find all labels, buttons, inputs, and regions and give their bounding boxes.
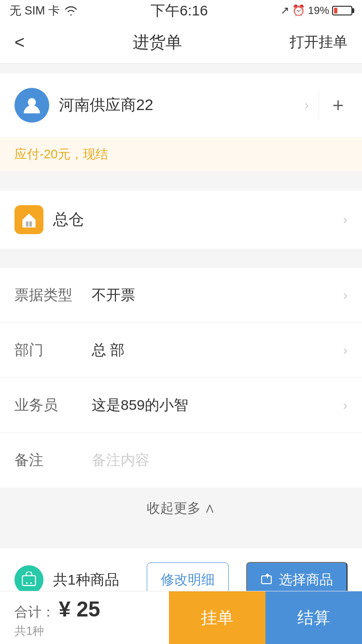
product-count-label: 共1种商品 <box>53 570 137 590</box>
collapse-button[interactable]: 收起更多 ∧ <box>0 488 362 529</box>
checkout-button[interactable]: 结算 <box>265 591 362 644</box>
department-label: 部门 <box>14 340 82 360</box>
svg-point-5 <box>30 582 32 584</box>
salesperson-label: 业务员 <box>14 395 82 415</box>
total-row: 合计： ¥ 25 <box>14 597 154 621</box>
remark-label: 备注 <box>14 450 82 470</box>
select-product-label: 选择商品 <box>279 571 333 589</box>
section-divider-3 <box>0 249 362 258</box>
status-carrier: 无 SIM 卡 <box>10 3 78 18</box>
supplier-avatar <box>14 88 49 123</box>
warehouse-name: 总仓 <box>53 209 334 230</box>
warehouse-section[interactable]: 总仓 › <box>0 191 362 249</box>
department-chevron-icon: › <box>343 343 348 358</box>
remark-row[interactable]: 备注 备注内容 <box>0 433 362 488</box>
location-icon: ↗ <box>280 4 289 17</box>
svg-rect-2 <box>29 222 32 227</box>
battery-text: 19% <box>308 4 329 17</box>
department-row[interactable]: 部门 总 部 › <box>0 323 362 378</box>
salesperson-chevron-icon: › <box>343 398 348 413</box>
person-icon <box>22 95 42 115</box>
open-pending-button[interactable]: 打开挂单 <box>290 32 348 52</box>
section-divider-2 <box>0 171 362 181</box>
supplier-chevron-icon: › <box>305 98 309 113</box>
warehouse-icon <box>14 205 43 234</box>
product-cart-icon <box>14 565 43 594</box>
department-value: 总 部 <box>92 340 338 360</box>
hang-button[interactable]: 挂单 <box>169 591 265 644</box>
svg-point-4 <box>26 582 28 584</box>
battery-icon <box>332 6 352 15</box>
invoice-label: 票据类型 <box>14 285 82 305</box>
section-divider-1 <box>0 64 362 73</box>
section-divider-4 <box>0 529 362 539</box>
total-section: 合计： ¥ 25 共1种 <box>0 597 169 639</box>
wifi-icon <box>64 5 78 16</box>
svg-rect-6 <box>262 576 271 584</box>
page-title: 进货单 <box>133 31 182 54</box>
remark-input[interactable]: 备注内容 <box>92 450 348 470</box>
back-button[interactable]: < <box>14 32 25 53</box>
invoice-row[interactable]: 票据类型 不开票 › <box>0 268 362 323</box>
salesperson-row[interactable]: 业务员 这是859的小智 › <box>0 378 362 433</box>
bottom-bar: 合计： ¥ 25 共1种 挂单 结算 <box>0 591 362 644</box>
nav-bar: < 进货单 打开挂单 <box>0 21 362 64</box>
cart-icon <box>21 572 37 588</box>
svg-rect-1 <box>26 222 28 227</box>
status-bar: 无 SIM 卡 下午6:16 ↗ ⏰ 19% <box>0 0 362 21</box>
form-section: 票据类型 不开票 › 部门 总 部 › 业务员 这是859的小智 › 备注 备注… <box>0 268 362 488</box>
svg-rect-3 <box>22 576 35 586</box>
total-count: 共1种 <box>14 623 154 639</box>
status-time: 下午6:16 <box>151 1 208 21</box>
status-icons: ↗ ⏰ 19% <box>280 4 352 17</box>
salesperson-value: 这是859的小智 <box>92 395 338 415</box>
add-supplier-button[interactable]: + <box>319 91 348 120</box>
select-product-icon <box>261 573 274 587</box>
carrier-text: 无 SIM 卡 <box>10 3 60 18</box>
warehouse-chevron-icon: › <box>343 212 348 227</box>
alarm-icon: ⏰ <box>292 4 305 17</box>
invoice-chevron-icon: › <box>343 288 348 303</box>
svg-point-0 <box>28 98 36 106</box>
supplier-name[interactable]: 河南供应商22 <box>59 95 295 116</box>
supplier-alert: 应付-20元，现结 <box>0 137 362 171</box>
supplier-section: 河南供应商22 › + 应付-20元，现结 <box>0 73 362 171</box>
invoice-value: 不开票 <box>92 285 338 305</box>
total-amount: ¥ 25 <box>59 597 100 621</box>
total-label: 合计： <box>14 604 55 619</box>
home-icon <box>20 211 38 228</box>
